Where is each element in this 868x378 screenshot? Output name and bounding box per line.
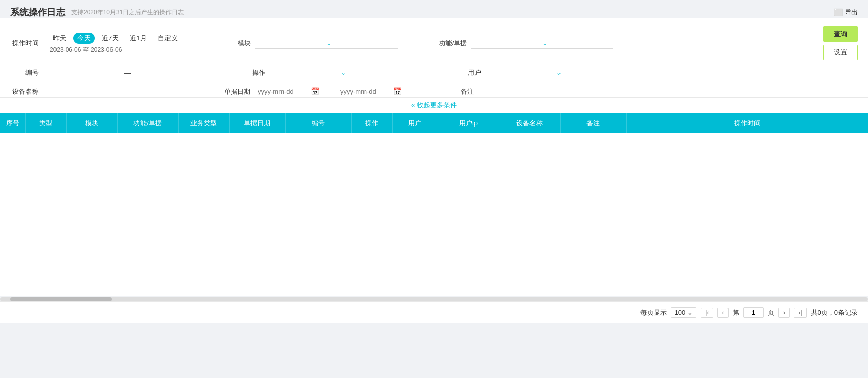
table-header-row: 序号 类型 模块 功能/单据 业务类型 单据日期 编号 操作 用户 用户ip 设… [0, 113, 868, 133]
voucher-date-end-wrap: 📅 [337, 85, 405, 97]
col-user: 用户 [392, 113, 438, 133]
export-icon: ⬜ [834, 8, 843, 16]
col-operation: 操作 [351, 113, 392, 133]
voucher-date-start-input[interactable] [258, 88, 309, 95]
voucher-date-filter: 单据日期 📅 — 📅 [222, 85, 405, 97]
col-function: 功能/单据 [117, 113, 178, 133]
page-number-input[interactable] [743, 307, 764, 318]
function-select[interactable]: ⌄ [471, 38, 613, 49]
time-btn-1month[interactable]: 近1月 [126, 33, 151, 44]
time-btn-custom[interactable]: 自定义 [154, 33, 182, 44]
voucher-date-label: 单据日期 [222, 87, 250, 96]
col-module: 模块 [66, 113, 117, 133]
col-device: 设备名称 [499, 113, 560, 133]
user-label: 用户 [453, 68, 481, 77]
number-label: 编号 [10, 68, 39, 77]
number-dash: — [124, 69, 131, 77]
page-unit: 页 [768, 308, 774, 317]
total-info: 共0页，0条记录 [811, 308, 858, 317]
query-button[interactable]: 查询 [823, 26, 858, 42]
number-start-input[interactable] [49, 67, 120, 78]
operation-dropdown-arrow: ⌄ [341, 69, 409, 76]
filter-row-2: 编号 — 操作 ⌄ 用户 ⌄ [10, 67, 858, 78]
function-label: 功能/单据 [438, 39, 467, 48]
per-page-label: 每页显示 [640, 308, 667, 317]
remark-label: 备注 [445, 87, 474, 96]
col-type: 类型 [25, 113, 66, 133]
function-dropdown-arrow: ⌄ [542, 40, 610, 47]
operation-filter: 操作 ⌄ [237, 68, 412, 78]
filter-section: 操作时间 昨天 今天 近7天 近1月 自定义 2023-06-06 至 2023… [0, 18, 868, 97]
data-table: 序号 类型 模块 功能/单据 业务类型 单据日期 编号 操作 用户 用户ip 设… [0, 113, 868, 133]
module-label: 模块 [222, 39, 251, 48]
collapse-bar[interactable]: « 收起更多条件 [0, 97, 868, 113]
scrollbar-track [0, 297, 868, 301]
module-dropdown-arrow: ⌄ [326, 40, 395, 47]
device-label: 设备名称 [10, 87, 39, 96]
first-page-button[interactable]: |‹ [701, 308, 713, 318]
number-end-input[interactable] [135, 67, 206, 78]
module-select[interactable]: ⌄ [255, 38, 398, 49]
col-voucher-date: 单据日期 [229, 113, 285, 133]
last-page-button[interactable]: ›| [794, 308, 806, 318]
next-page-button[interactable]: › [778, 308, 790, 318]
filter-row-1: 操作时间 昨天 今天 近7天 近1月 自定义 2023-06-06 至 2023… [10, 26, 858, 60]
export-button[interactable]: ⬜ 导出 [834, 8, 858, 17]
page-header: 系统操作日志 支持2020年10月31日之后产生的操作日志 ⬜ 导出 [0, 0, 868, 18]
filter-row-3: 设备名称 单据日期 📅 — 📅 备注 [10, 85, 858, 97]
collapse-label: 收起更多条件 [417, 101, 457, 109]
settings-button[interactable]: 设置 [823, 45, 858, 60]
page-label: 第 [733, 308, 739, 317]
date-range-display: 2023-06-06 至 2023-06-06 [49, 46, 182, 54]
col-op-time: 操作时间 [626, 113, 868, 133]
remark-input[interactable] [478, 86, 621, 97]
empty-area [0, 133, 868, 296]
horizontal-scrollbar[interactable] [0, 296, 868, 302]
voucher-date-dash: — [326, 88, 333, 95]
prev-page-button[interactable]: ‹ [717, 308, 729, 318]
action-buttons: 查询 设置 [823, 26, 858, 60]
scrollbar-thumb[interactable] [10, 297, 112, 301]
module-filter: 模块 ⌄ [222, 38, 398, 49]
col-user-ip: 用户ip [438, 113, 499, 133]
number-range-group: — [49, 67, 206, 78]
per-page-arrow: ⌄ [687, 309, 693, 316]
col-remark: 备注 [560, 113, 626, 133]
operation-select[interactable]: ⌄ [269, 68, 412, 78]
device-input[interactable] [49, 86, 191, 97]
user-filter: 用户 ⌄ [453, 68, 628, 78]
per-page-select[interactable]: 100 ⌄ [671, 307, 697, 318]
user-dropdown-arrow: ⌄ [556, 69, 625, 76]
user-select[interactable]: ⌄ [485, 68, 628, 78]
table-section: 序号 类型 模块 功能/单据 业务类型 单据日期 编号 操作 用户 用户ip 设… [0, 113, 868, 296]
col-number: 编号 [285, 113, 351, 133]
voucher-date-start-wrap: 📅 [255, 85, 322, 97]
calendar-end-icon[interactable]: 📅 [393, 87, 402, 95]
page-subtitle: 支持2020年10月31日之后产生的操作日志 [71, 8, 184, 17]
operation-time-label: 操作时间 [10, 39, 39, 48]
pagination-bar: 每页显示 100 ⌄ |‹ ‹ 第 页 › ›| 共0页，0条记录 [0, 302, 868, 323]
col-biz-type: 业务类型 [178, 113, 229, 133]
voucher-date-end-input[interactable] [340, 88, 391, 95]
time-btn-yesterday[interactable]: 昨天 [49, 33, 70, 44]
calendar-start-icon[interactable]: 📅 [311, 87, 319, 95]
time-group: 昨天 今天 近7天 近1月 自定义 2023-06-06 至 2023-06-0… [49, 33, 182, 54]
time-btn-today[interactable]: 今天 [73, 33, 95, 44]
time-buttons: 昨天 今天 近7天 近1月 自定义 [49, 33, 182, 44]
operation-label: 操作 [237, 68, 265, 77]
function-filter: 功能/单据 ⌄ [438, 38, 613, 49]
collapse-icon: « [411, 101, 417, 109]
per-page-value: 100 [675, 309, 686, 316]
time-btn-7days[interactable]: 近7天 [98, 33, 123, 44]
page-title: 系统操作日志 [10, 6, 65, 18]
col-seq: 序号 [0, 113, 25, 133]
remark-filter: 备注 [445, 86, 621, 97]
